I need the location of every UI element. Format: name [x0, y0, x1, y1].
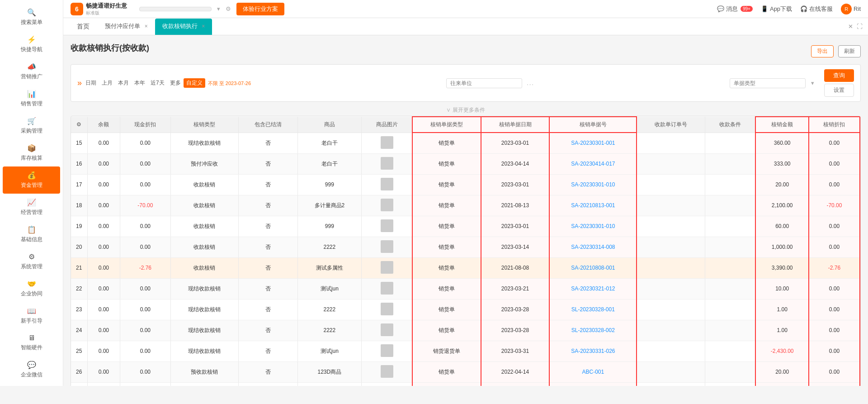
topbar: 6 畅捷通谱好生意 标准版 ▾ ⚙ 体验行业方案 💬 消息 99+ 📱 A [63, 0, 868, 18]
sidebar-item-hardware[interactable]: 🖥 智能硬件 [0, 329, 63, 356]
sidebar-item-funds[interactable]: 💰 资金管理 [3, 166, 60, 194]
headset-icon: 🎧 [800, 5, 807, 12]
bill-no-link[interactable]: SA-20210813-001 [571, 202, 615, 209]
user-avatar[interactable]: R Rit [841, 4, 861, 14]
sidebar-item-inventory[interactable]: 📦 库存核算 [0, 139, 63, 166]
cell-bill-no[interactable]: SL-20230328-002 [549, 320, 637, 341]
cell-bill-date: 2023-03-01 [481, 216, 550, 237]
counterpart-input[interactable] [446, 78, 522, 88]
cell-discount: 0.00 [809, 361, 860, 382]
bill-no-link[interactable]: ABC-001 [582, 369, 604, 375]
tab-bar-actions: ✕ ⛶ [848, 23, 863, 30]
cell-balance: 0.00 [87, 299, 120, 320]
sidebar-item-guide[interactable]: 📖 新手引导 [0, 302, 63, 329]
cell-bill-no[interactable]: SA-20230301-001 [549, 133, 637, 153]
cell-bill-date: 2021-08-08 [481, 257, 550, 278]
maximize-icon[interactable]: ⛶ [857, 23, 863, 30]
col-settings[interactable]: ⚙ [71, 117, 87, 133]
app-download-btn[interactable]: 📱 App下载 [761, 5, 792, 13]
bill-no-link[interactable]: SA-20230301-010 [571, 223, 615, 229]
guide-icon: 📖 [27, 307, 36, 315]
filter-arrow-icon[interactable]: » [77, 78, 82, 88]
cell-bill-no[interactable]: SA-20230301-010 [549, 174, 637, 195]
bill-type-arrow-icon[interactable]: ▾ [811, 80, 814, 86]
refresh-btn[interactable]: 刷新 [838, 45, 861, 57]
cell-bill-no[interactable]: SA-20230314-008 [549, 237, 637, 257]
filter-last7[interactable]: 近7天 [148, 78, 167, 88]
bill-no-link[interactable]: SA-20210808-001 [571, 265, 615, 271]
bill-no-link[interactable]: SA-20230301-010 [571, 181, 615, 188]
filter-custom[interactable]: 自定义 [184, 78, 205, 88]
industry-btn[interactable]: 体验行业方案 [236, 3, 284, 15]
cell-bill-date: 2023-03-28 [481, 299, 550, 320]
tab2-close-icon[interactable]: × [202, 23, 205, 29]
sidebar-item-sales[interactable]: 📊 销售管理 [0, 85, 63, 112]
cell-goods: 测试jun [297, 341, 362, 361]
cell-bill-no[interactable]: ABC-001 [549, 361, 637, 382]
cell-bill-no[interactable]: SA-20210813-001 [549, 195, 637, 216]
tab1-close-icon[interactable]: × [145, 23, 148, 29]
cell-id: 15 [71, 133, 87, 153]
cell-bill-no[interactable]: SA-20230414-017 [549, 153, 637, 174]
dropdown-arrow-icon[interactable]: ▾ [217, 5, 220, 12]
sidebar-item-wechat[interactable]: 💬 企业微信 [0, 356, 63, 383]
bill-no-link[interactable]: SA-20230301-001 [571, 140, 615, 146]
filter-more[interactable]: 更多 [167, 78, 184, 88]
cell-bill-date: 2021-08-13 [481, 195, 550, 216]
filter-this-month[interactable]: 本月 [115, 78, 132, 88]
online-service-btn[interactable]: 🎧 在线客服 [800, 5, 833, 13]
bill-no-link[interactable]: SA-20230321-012 [571, 285, 615, 292]
data-table: ⚙ 余额 现金折扣 核销类型 包含已结清 商品 商品图片 核销单据类型 核销单据… [71, 116, 860, 386]
sidebar-item-label: 库存核算 [21, 154, 42, 162]
expand-more-btn[interactable]: ∨ 展开更多条件 [71, 106, 861, 114]
table-row: 26 0.00 0.00 预收款核销 否 123D商品 销货单 2022-04-… [71, 361, 860, 382]
settings-btn[interactable]: 设置 [824, 84, 854, 97]
sidebar-item-label: 企业协同 [21, 290, 42, 298]
filter-last-month[interactable]: 上月 [99, 78, 115, 88]
sidebar-item-quick-nav[interactable]: ⚡ 快捷导航 [0, 31, 63, 58]
cell-settled: 否 [238, 320, 297, 341]
cell-type: 现结收款核销 [170, 299, 238, 320]
funds-icon: 💰 [27, 171, 36, 180]
cell-bill-no[interactable]: SL-20230328-001 [549, 299, 637, 320]
bill-no-link[interactable]: SL-20230328-001 [571, 306, 615, 313]
sidebar-item-member[interactable]: V 畅会员 [0, 383, 63, 386]
page-title-bar: 收款核销执行(按收款) 导出 刷新 [71, 43, 861, 60]
settings-gear-icon[interactable]: ⚙ [226, 5, 231, 12]
bill-no-link[interactable]: SA-20230414-017 [571, 161, 615, 167]
cell-bill-no[interactable]: SL-20230408-001 [549, 382, 637, 386]
bill-type-select[interactable] [730, 78, 806, 88]
sidebar-item-management[interactable]: 📈 经营管理 [0, 194, 63, 221]
cell-goods: 测试jun [297, 278, 362, 299]
cell-order-no [637, 257, 705, 278]
company-selector[interactable] [139, 7, 212, 11]
cell-bill-no[interactable]: SA-20210808-001 [549, 257, 637, 278]
tab-home[interactable]: 首页 [69, 19, 98, 34]
cell-bill-no[interactable]: SA-20230321-012 [549, 278, 637, 299]
cell-cash-discount: 0.00 [120, 174, 170, 195]
cell-id: 21 [71, 257, 87, 278]
sidebar-item-basic-info[interactable]: 📋 基础信息 [0, 221, 63, 248]
filter-this-year[interactable]: 本年 [132, 78, 148, 88]
page-title: 收款核销执行(按收款) [71, 43, 149, 53]
bill-no-link[interactable]: SL-20230328-002 [571, 327, 615, 333]
tab-collection[interactable]: 收款核销执行 × [155, 19, 212, 35]
cell-bill-no[interactable]: SA-20230301-010 [549, 216, 637, 237]
export-btn[interactable]: 导出 [811, 45, 834, 57]
cell-order-no [637, 278, 705, 299]
close-window-icon[interactable]: ✕ [848, 23, 853, 30]
sidebar-item-purchase[interactable]: 🛒 采购管理 [0, 112, 63, 139]
query-btn[interactable]: 查询 [824, 69, 854, 82]
sidebar-item-search[interactable]: 🔍 搜索菜单 [0, 4, 63, 31]
cell-settled: 否 [238, 216, 297, 237]
bill-no-link[interactable]: SA-20230314-008 [571, 244, 615, 250]
bill-no-link[interactable]: SA-20230331-026 [571, 348, 615, 354]
cell-bill-no[interactable]: SA-20230331-026 [549, 341, 637, 361]
sidebar-item-marketing[interactable]: 📣 营销推广 [0, 58, 63, 85]
sidebar-item-collaboration[interactable]: 🤝 企业协同 [0, 275, 63, 302]
cell-goods-img [362, 216, 412, 237]
tab-prepay[interactable]: 预付冲应付单 × [98, 19, 155, 35]
col-cash-discount: 现金折扣 [120, 117, 170, 133]
sidebar-item-system[interactable]: ⚙ 系统管理 [0, 248, 63, 275]
message-btn[interactable]: 💬 消息 99+ [717, 5, 753, 13]
